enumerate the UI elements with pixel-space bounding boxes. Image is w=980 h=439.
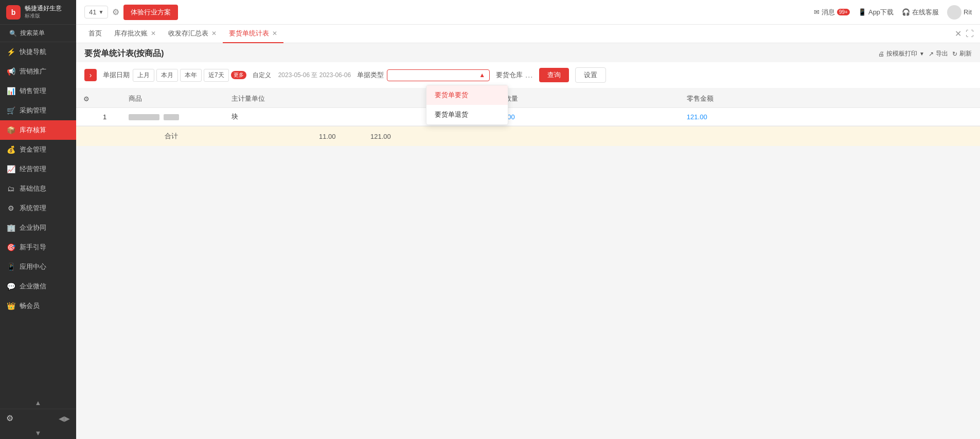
warehouse-filter-group: 要货仓库 … [496,70,533,80]
date-btn-7days[interactable]: 近7天 [204,69,229,82]
appstore-icon: 📱 [6,262,15,271]
settings-gear-icon[interactable]: ⚙ [112,7,119,17]
th-settings[interactable]: ⚙ [76,90,97,108]
sidebar-item-quick-nav[interactable]: ⚡ 快捷导航 [0,42,76,62]
tab-inventory-batch[interactable]: 库存批次账 ✕ [108,25,162,43]
table-footer: 合计 11.00 121.00 [76,126,980,146]
sidebar-search[interactable]: 🔍 搜索菜单 [0,25,76,42]
order-type-input-wrap[interactable]: ▲ [387,69,490,81]
td-settings [76,108,97,126]
sidebar-search-label: 搜索菜单 [20,29,45,38]
avatar-image [947,5,961,20]
filter-area: › 单据日期 上月 本月 本年 近7天 更多 自定义 2023-05-06 至 … [76,62,980,88]
tab-close-receivable-summary[interactable]: ✕ [211,30,217,37]
tab-order-summary[interactable]: 要货单统计表 ✕ [223,25,283,43]
sidebar-item-sales[interactable]: 📊 销售管理 [0,81,76,101]
sidebar-item-wechat[interactable]: 💬 企业微信 [0,277,76,296]
td-qty[interactable]: 11.00 [492,108,681,126]
refresh-btn[interactable]: ↻ 刷新 [952,49,972,58]
export-btn[interactable]: ↗ 导出 [929,49,948,58]
sidebar-item-finance[interactable]: 💰 资金管理 [0,140,76,159]
warehouse-label: 要货仓库 [496,70,523,80]
tab-close-order-summary[interactable]: ✕ [272,30,277,37]
tabs-actions: ✕ ⛶ [955,29,974,39]
collapse-icon[interactable]: ◀▶ [59,414,70,423]
sidebar-item-system[interactable]: ⚙ 系统管理 [0,198,76,218]
settings-icon[interactable]: ⚙ [6,413,13,423]
store-name: 41 [89,8,96,16]
app-download-label: App下载 [868,8,894,17]
print-template-btn[interactable]: 🖨 按模板打印 ▼ [878,49,924,58]
footer-qty: 11.00 [319,133,370,140]
sidebar-item-label: 新手引导 [20,243,46,252]
logo-name: 畅捷通好生意 [25,5,62,13]
th-qty: 主数量 [492,90,681,108]
page-title: 要货单统计表(按商品) [84,48,164,59]
page-content: 要货单统计表(按商品) 🖨 按模板打印 ▼ ↗ 导出 ↻ 刷新 › [76,43,980,439]
sidebar-item-appstore[interactable]: 📱 应用中心 [0,257,76,277]
sidebar-item-member[interactable]: 👑 畅会员 [0,296,76,316]
wechat-icon: 💬 [6,282,15,291]
sidebar-item-inventory[interactable]: 📦 库存核算 [0,120,76,140]
sidebar-item-label: 快捷导航 [20,47,46,57]
sidebar-item-enterprise[interactable]: 🏢 企业协同 [0,218,76,237]
messages-btn[interactable]: ✉ 消息 99+ [814,8,850,17]
sidebar-item-label: 库存核算 [20,125,46,135]
footer-amount: 121.00 [370,133,422,140]
date-btn-custom[interactable]: 自定义 [248,69,275,81]
sidebar-item-label: 经营管理 [20,164,46,174]
more-date-badge[interactable]: 更多 [231,71,246,79]
order-type-dropdown: 要货单要货 要货单退货 [426,85,508,125]
tab-receivable-summary[interactable]: 收发存汇总表 ✕ [162,25,223,43]
date-btn-this-month[interactable]: 本月 [156,69,178,82]
sidebar-item-purchase[interactable]: 🛒 采购管理 [0,101,76,120]
message-icon: ✉ [814,8,819,16]
warehouse-more-icon[interactable]: … [525,70,533,80]
sidebar-scroll-down[interactable]: ▼ [0,427,76,439]
date-btn-this-year[interactable]: 本年 [180,69,202,82]
td-amount[interactable]: 121.00 [681,108,908,126]
date-btn-last-month[interactable]: 上月 [133,69,154,82]
app-download-btn[interactable]: 📱 App下载 [858,8,894,17]
sales-icon: 📊 [6,86,15,96]
query-btn[interactable]: 查询 [539,68,569,82]
filter-expand-btn[interactable]: › [84,69,97,81]
sidebar-scroll-up[interactable]: ▲ [0,397,76,409]
th-amount: 零售金额 [681,90,908,108]
operations-icon: 📈 [6,164,15,174]
dropdown-item-order-goods[interactable]: 要货单要货 [426,85,508,105]
sidebar-item-marketing[interactable]: 📢 营销推广 [0,62,76,81]
sidebar-item-operations[interactable]: 📈 经营管理 [0,159,76,179]
sidebar-item-basic[interactable]: 🗂 基础信息 [0,179,76,198]
tab-close-inventory-batch[interactable]: ✕ [151,30,156,37]
table-wrap: ⚙ 商品 主计量单位 主数量 零售金额 1 [76,90,980,126]
filter-settings-btn[interactable]: 设置 [575,67,606,83]
user-avatar[interactable]: Rit [947,5,972,20]
export-icon: ↗ [929,50,934,58]
online-service-btn[interactable]: 🎧 在线客服 [902,8,939,17]
member-icon: 👑 [6,301,15,310]
logo-sub: 标准版 [25,12,62,20]
order-type-chevron-icon[interactable]: ▲ [479,71,485,79]
sidebar-item-guide[interactable]: 🎯 新手引导 [0,237,76,257]
column-settings-icon[interactable]: ⚙ [83,95,90,103]
tab-home[interactable]: 首页 [82,25,108,43]
sidebar-item-label: 采购管理 [20,106,46,115]
tabs-bar: 首页 库存批次账 ✕ 收发存汇总表 ✕ 要货单统计表 ✕ ✕ ⛶ [76,25,980,43]
tab-expand-icon[interactable]: ⛶ [966,29,974,39]
basic-icon: 🗂 [6,184,15,193]
td-goods [122,108,225,126]
order-type-filter-group: 单据类型 ▲ [357,69,490,81]
sidebar-item-label: 系统管理 [20,204,46,213]
trial-btn[interactable]: 体验行业方案 [123,5,178,20]
date-range: 2023-05-06 至 2023-06-06 [278,71,351,80]
sidebar-item-label: 基础信息 [20,184,46,193]
th-extra [908,90,980,108]
store-selector[interactable]: 41 ▼ [84,6,108,19]
messages-badge: 99+ [837,9,850,15]
dropdown-item-return-goods[interactable]: 要货单退货 [426,105,508,124]
tab-close-all-icon[interactable]: ✕ [955,29,961,39]
main-content: 41 ▼ ⚙ 体验行业方案 ✉ 消息 99+ 📱 App下载 🎧 在线客服 R [76,0,980,439]
order-type-input[interactable] [391,71,479,79]
refresh-icon: ↻ [952,50,957,58]
